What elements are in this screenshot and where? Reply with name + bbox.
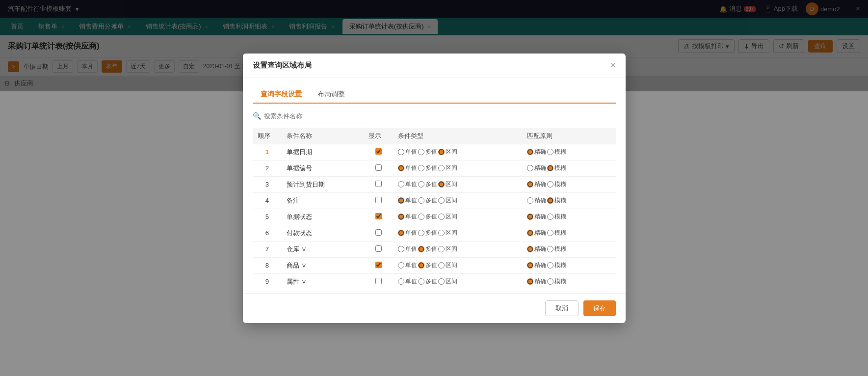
dialog-close-button[interactable]: ×: [610, 60, 616, 71]
dialog-tabs: 查询字段设置 布局调整: [253, 86, 616, 92]
tab-layout-adjust-label: 布局调整: [317, 90, 345, 92]
dialog-overlay: 设置查询区域布局 × 查询字段设置 布局调整 🔍: [0, 0, 868, 91]
tab-layout-adjust[interactable]: 布局调整: [310, 86, 353, 92]
dialog-header: 设置查询区域布局 ×: [243, 54, 626, 78]
tab-query-fields[interactable]: 查询字段设置: [253, 86, 310, 92]
dialog-title: 设置查询区域布局: [253, 61, 312, 70]
dialog-body: 查询字段设置 布局调整 🔍 顺序 条件名称 显示: [243, 78, 626, 92]
tab-query-fields-label: 查询字段设置: [261, 90, 302, 92]
settings-dialog: 设置查询区域布局 × 查询字段设置 布局调整 🔍: [243, 54, 626, 92]
